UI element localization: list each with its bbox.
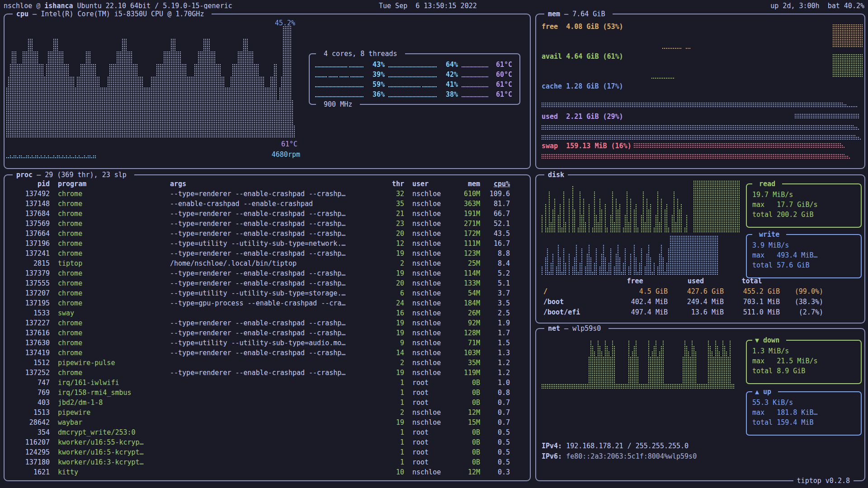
proc-program: irq/158-rmi4_smbus <box>58 388 162 398</box>
proc-mem: 363M <box>454 199 480 209</box>
net-download-graph <box>542 340 741 389</box>
proc-pid: 1512 <box>11 358 50 368</box>
process-row: 354 dmcrypt_write/253:0 1 root 0B 0.5 <box>11 427 526 437</box>
proc-cpu: 3.7 <box>480 288 510 298</box>
proc-mem: 184M <box>454 298 480 308</box>
proc-program: chrome <box>58 278 162 288</box>
proc-args: --type=renderer --enable-crashpad --cras… <box>170 318 382 328</box>
proc-threads: 9 <box>384 338 404 348</box>
core-temp-value: 61°C <box>492 80 512 89</box>
net-down-max: max 21.5 MiB/s <box>752 356 855 366</box>
mount-point: /boot/efi <box>543 307 602 318</box>
proc-user: nschloe <box>412 199 454 209</box>
net-down-box: ▼ down 1.3 MiB/s max 21.5 MiB/s total 8.… <box>746 340 862 384</box>
proc-user: nschloe <box>412 288 454 298</box>
proc-cpu: 0.5 <box>480 427 510 437</box>
proc-pid: 137616 <box>11 328 50 338</box>
process-table: pid program args thr user mem cpu% 13749… <box>11 179 526 477</box>
proc-mem: 12M <box>454 467 480 477</box>
proc-threads: 21 <box>384 209 404 219</box>
proc-user: nschloe <box>412 239 454 249</box>
proc-args: --type=renderer --enable-crashpad --cras… <box>170 249 382 258</box>
proc-args: --type=renderer --enable-crashpad --cras… <box>170 268 382 278</box>
mem-panel-title: mem – 7.64 GiB <box>544 9 613 19</box>
net-up-rate: 55.3 KiB/s <box>752 398 855 408</box>
proc-program: pipewire-pulse <box>58 358 162 368</box>
cpu-cores-box: 4 cores, 8 threads 900 MHz 43% 64% 61°C … <box>309 53 520 105</box>
proc-user: nschloe <box>412 408 454 418</box>
uptime-battery: up 2d, 3:00h bat 40.2% <box>770 1 864 11</box>
mem-free-graph <box>542 45 863 51</box>
thread-load-sparkline <box>388 82 439 87</box>
proc-program: chrome <box>58 318 162 328</box>
process-row: 137616 chrome --type=renderer --enable-c… <box>11 328 526 338</box>
proc-cpu: 0.5 <box>480 457 510 467</box>
proc-mem: 0B <box>454 427 480 437</box>
ipv4-row: IPv4: 192.168.178.21 / 255.255.255.0 <box>542 441 689 451</box>
proc-mem: 172M <box>454 229 480 239</box>
net-upload-graph <box>542 389 741 395</box>
proc-threads: 20 <box>384 278 404 288</box>
mem-used-graph-tail <box>628 113 860 118</box>
proc-program: chrome <box>58 298 162 308</box>
proc-threads: 32 <box>384 189 404 199</box>
proc-cpu: 5.1 <box>480 278 510 288</box>
proc-cpu: 0.5 <box>480 437 510 447</box>
process-row: 124295 kworker/u16:5-kcrypt… 1 root 0B 0… <box>11 447 526 457</box>
process-row: 1513 pipewire 2 nschloe 12M 0.7 <box>11 408 526 418</box>
mount-free: 497.4 MiB <box>602 307 668 318</box>
proc-user: root <box>412 388 454 398</box>
proc-user: nschloe <box>412 328 454 338</box>
disk-read-box-title: read <box>752 179 782 189</box>
cpu-temp-value: 61°C <box>270 139 297 149</box>
process-row: 137252 chrome --type=renderer --enable-c… <box>11 368 526 378</box>
proc-program: chrome <box>58 219 162 229</box>
proc-mem: 0B <box>454 378 480 388</box>
mem-avail-graph-cluster <box>651 73 677 79</box>
proc-args <box>170 378 382 388</box>
proc-user: nschloe <box>412 308 454 318</box>
process-row: 137684 chrome --type=renderer --enable-c… <box>11 209 526 219</box>
proc-program: chrome <box>58 288 162 298</box>
up-arrow-icon: ▲ <box>755 388 759 396</box>
thread-load-percent: 42% <box>442 70 458 79</box>
process-row: 137207 chrome --type=utility --utility-s… <box>11 288 526 298</box>
proc-cpu: 0.3 <box>480 467 510 477</box>
net-down-rate: 1.3 MiB/s <box>752 346 855 356</box>
disk-write-box-title: write <box>752 230 786 239</box>
proc-user: nschloe <box>412 368 454 378</box>
proc-pid: 2815 <box>11 258 50 268</box>
proc-args: --type=renderer --enable-crashpad --cras… <box>170 189 382 199</box>
proc-args: --type=utility --utility-sub-type=networ… <box>170 239 382 249</box>
proc-args: --type=utility --utility-sub-type=storag… <box>170 288 382 298</box>
proc-pid: 137252 <box>11 368 50 378</box>
net-up-box: ▲ up 55.3 KiB/s max 181.8 KiB… total 159… <box>746 391 862 436</box>
core-temp-value: 61°C <box>492 61 512 69</box>
process-row: 137148 chrome --enable-crashpad --enable… <box>11 199 526 209</box>
proc-threads: 1 <box>384 427 404 437</box>
proc-program: dmcrypt_write/253:0 <box>58 427 162 437</box>
proc-args <box>170 308 382 318</box>
proc-program: irq/161-iwlwifi <box>58 378 162 388</box>
proc-args <box>170 457 382 467</box>
disk-mount-row: / 4.5 GiB 427.6 GiB 455.2 GiB (99.0%) <box>543 286 853 297</box>
disk-col-total: total <box>724 276 780 286</box>
proc-mem: 111M <box>454 239 480 249</box>
proc-pid: 1621 <box>11 467 50 477</box>
ipv6-label: IPv6: <box>542 452 566 460</box>
proc-user: root <box>412 447 454 457</box>
proc-args: --type=renderer --enable-crashpad --cras… <box>170 278 382 288</box>
proc-cpu: 1.0 <box>480 378 510 388</box>
disk-col-used: used <box>668 276 724 286</box>
process-row: 137227 chrome --type=renderer --enable-c… <box>11 318 526 328</box>
process-row: 137419 chrome --type=renderer --enable-c… <box>11 348 526 358</box>
proc-args: --type=renderer --enable-crashpad --cras… <box>170 219 382 229</box>
process-row: 137569 chrome --type=renderer --enable-c… <box>11 219 526 229</box>
proc-pid: 354 <box>11 427 50 437</box>
proc-program: chrome <box>58 229 162 239</box>
proc-mem: 0B <box>454 447 480 457</box>
proc-mem: 0B <box>454 437 480 447</box>
net-up-max: max 181.8 KiB… <box>752 408 855 418</box>
core-row: 39% 42% 60°C <box>315 70 519 80</box>
proc-mem: 12M <box>454 408 480 418</box>
